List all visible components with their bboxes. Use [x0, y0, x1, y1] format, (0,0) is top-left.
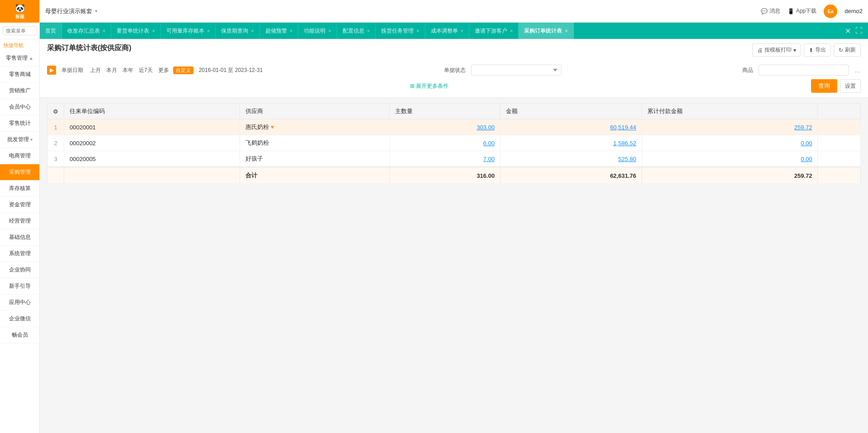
settings-button[interactable]: 设置 — [840, 79, 861, 93]
sidebar-item-member[interactable]: 会员中心 — [0, 99, 39, 115]
status-select[interactable] — [471, 65, 561, 76]
main-qty-3[interactable]: 7.00 — [390, 151, 500, 167]
status-label: 单据状态 — [444, 67, 466, 74]
date-shortcut-this-month[interactable]: 本月 — [105, 66, 118, 75]
tab-close-icon[interactable]: × — [367, 28, 370, 33]
topbar: 母婴行业演示账套 ▾ 💬 消息 📱 App下载 Ea demo2 — [40, 0, 868, 23]
main-qty-1[interactable]: 303.00 — [390, 119, 500, 135]
sidebar-item-retail[interactable]: 零售管理 ▲ — [0, 50, 39, 67]
sidebar-item-wholesale[interactable]: 批发管理 ▾ — [0, 132, 39, 148]
sidebar-item-retail-stats[interactable]: 零售统计 — [0, 115, 39, 132]
tab-config-info[interactable]: 配置信息 × — [337, 23, 376, 39]
amount-1[interactable]: 60,519.44 — [500, 119, 642, 135]
sidebar-item-label: 畅会员 — [12, 331, 28, 339]
avatar[interactable]: Ea — [824, 5, 837, 18]
tab-close-icon[interactable]: × — [152, 28, 155, 33]
filter-row-1: ▶ 单据日期 上月 本月 本年 近7天 更多 自定义 2016-01-01 至 … — [47, 65, 861, 76]
tab-order-summary[interactable]: 要货单统计表 × — [111, 23, 160, 39]
tab-picking-task[interactable]: 拣货任务管理 × — [376, 23, 425, 39]
tab-function-desc[interactable]: 功能说明 × — [298, 23, 337, 39]
sidebar-item-ecommerce[interactable]: 电商管理 — [0, 148, 39, 164]
footer-label: 合计 — [240, 167, 390, 184]
sidebar-item-member2[interactable]: 畅会员 — [0, 327, 39, 343]
sidebar-item-label: 电商管理 — [9, 152, 31, 160]
sidebar-item-marketing[interactable]: 营销推广 — [0, 83, 39, 99]
tab-receive-summary[interactable]: 收发存汇总表 × — [62, 23, 111, 39]
workspace-selector[interactable]: 母婴行业演示账套 ▾ — [45, 7, 98, 15]
message-button[interactable]: 💬 消息 — [761, 7, 780, 15]
date-shortcut-last-month[interactable]: 上月 — [89, 66, 102, 75]
row-expand-arrow-1[interactable]: ▾ — [271, 124, 274, 130]
expand-more-button[interactable]: ⊞ 展开更多条件 — [410, 82, 448, 90]
tab-invite-downstream[interactable]: 邀请下游客户 × — [469, 23, 519, 39]
page-top-bar: 采购订单统计表(按供应商) 🖨 按模板打印 ▾ ⬆ 导出 ↻ 刷新 — [40, 39, 868, 60]
refresh-button[interactable]: ↻ 刷新 — [834, 43, 861, 57]
sidebar-item-retail-store[interactable]: 零售商城 — [0, 67, 39, 83]
tab-overstock-alert[interactable]: 超储预警 × — [260, 23, 298, 39]
sidebar-item-app-center[interactable]: 应用中心 — [0, 295, 39, 311]
date-shortcut-more[interactable]: 更多 — [157, 66, 170, 75]
tab-home[interactable]: 首页 — [40, 23, 62, 39]
maximize-tab-button[interactable]: ⛶ — [854, 26, 864, 36]
tab-close-icon[interactable]: × — [416, 28, 419, 33]
search-input[interactable] — [3, 26, 37, 35]
sidebar-item-basic[interactable]: 基础信息 — [0, 229, 39, 246]
sidebar-item-operations[interactable]: 经营管理 — [0, 213, 39, 229]
sidebar-item-label: 企业微信 — [9, 315, 31, 323]
goods-more-icon[interactable]: … — [854, 67, 861, 74]
sidebar-item-label: 库存核算 — [9, 185, 31, 192]
query-button[interactable]: 查询 — [811, 79, 837, 93]
page-title: 采购订单统计表(按供应商) — [47, 43, 132, 53]
app-icon: 📱 — [788, 8, 794, 14]
sidebar-item-purchase[interactable]: 采购管理 — [0, 164, 39, 181]
sidebar-item-system[interactable]: 系统管理 — [0, 246, 39, 262]
footer-empty-3 — [818, 167, 861, 184]
tab-label: 功能说明 — [304, 27, 326, 35]
col-settings[interactable]: ⚙ — [47, 104, 64, 119]
tab-close-icon[interactable]: × — [251, 28, 254, 33]
tab-close-icon[interactable]: × — [328, 28, 331, 33]
tab-close-icon[interactable]: × — [290, 28, 292, 33]
print-button[interactable]: 🖨 按模板打印 ▾ — [752, 43, 801, 57]
export-button[interactable]: ⬆ 导出 — [804, 43, 831, 57]
goods-input[interactable] — [759, 65, 849, 76]
paid-amount-2[interactable]: 0.00 — [642, 135, 818, 151]
amount-2[interactable]: 1,586.52 — [500, 135, 642, 151]
tab-label: 保质期查询 — [221, 27, 248, 35]
tab-close-icon[interactable]: × — [207, 28, 210, 33]
tab-available-stock[interactable]: 可用量库存账本 × — [161, 23, 216, 39]
sidebar-item-label: 应用中心 — [9, 299, 31, 306]
print-arrow: ▾ — [793, 47, 796, 53]
table-row: 1 00020001 惠氏奶粉 ▾ 303.00 60,519.44 259.7… — [47, 119, 861, 135]
date-shortcut-this-year[interactable]: 本年 — [121, 66, 135, 75]
paid-amount-1[interactable]: 259.72 — [642, 119, 818, 135]
sidebar-nav-label[interactable]: 快捷导航 — [0, 39, 39, 50]
tab-close-icon[interactable]: × — [510, 28, 513, 33]
paid-amount-3[interactable]: 0.00 — [642, 151, 818, 167]
amount-3[interactable]: 525.80 — [500, 151, 642, 167]
close-tab-button[interactable]: ✕ — [843, 26, 853, 36]
tab-close-icon[interactable]: × — [103, 28, 105, 33]
tab-close-icon[interactable]: × — [461, 28, 463, 33]
tab-validity-query[interactable]: 保质期查询 × — [216, 23, 259, 39]
sidebar-item-label: 系统管理 — [9, 250, 31, 257]
content-area: 采购订单统计表(按供应商) 🖨 按模板打印 ▾ ⬆ 导出 ↻ 刷新 — [40, 39, 868, 433]
sidebar-item-enterprise-wx[interactable]: 企业微信 — [0, 311, 39, 327]
filter-area: ▶ 单据日期 上月 本月 本年 近7天 更多 自定义 2016-01-01 至 … — [40, 60, 868, 98]
app-download-button[interactable]: 📱 App下载 — [788, 7, 816, 15]
sidebar-item-newbie[interactable]: 新手引导 — [0, 278, 39, 295]
tab-close-icon[interactable]: × — [565, 28, 567, 33]
sidebar-item-enterprise[interactable]: 企业协同 — [0, 262, 39, 278]
tab-purchase-summary[interactable]: 采购订单统计表 × — [519, 23, 573, 39]
tab-cost-adjust[interactable]: 成本调整单 × — [425, 23, 469, 39]
tab-label: 邀请下游客户 — [475, 27, 507, 35]
main-qty-2[interactable]: 6.00 — [390, 135, 500, 151]
tab-label: 要货单统计表 — [117, 27, 149, 35]
logo-area[interactable]: 🐼 标题 — [0, 0, 39, 23]
sidebar-item-inventory[interactable]: 库存核算 — [0, 181, 39, 197]
date-custom-badge[interactable]: 自定义 — [173, 67, 193, 74]
supplier-2: 飞鹤奶粉 — [240, 135, 390, 151]
filter-toggle-button[interactable]: ▶ — [47, 66, 56, 75]
sidebar-item-finance[interactable]: 资金管理 — [0, 197, 39, 213]
date-shortcut-7days[interactable]: 近7天 — [137, 66, 154, 75]
